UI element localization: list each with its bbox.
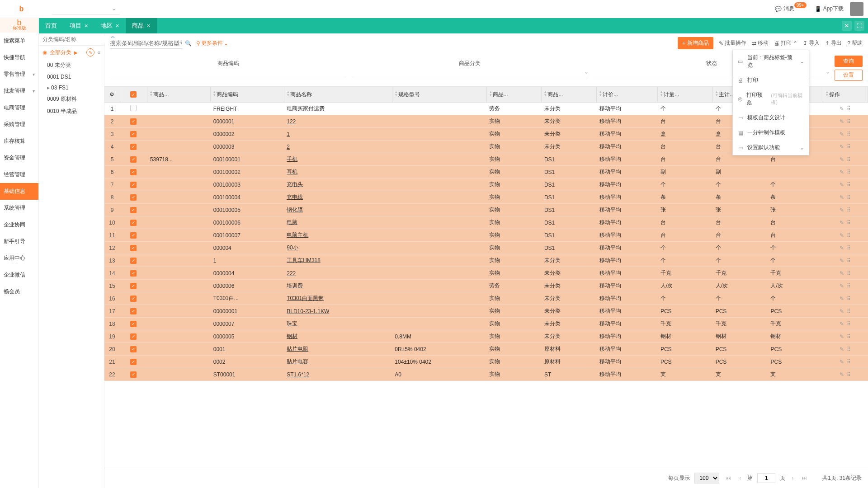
edit-row-icon[interactable]: ✎: [840, 232, 844, 239]
edit-row-icon[interactable]: ✎: [840, 321, 844, 327]
product-name-link[interactable]: 222: [287, 270, 296, 277]
column-header[interactable]: ▴▾商品编码: [211, 87, 284, 103]
page-tab[interactable]: 地区✕: [94, 18, 126, 33]
table-row[interactable]: 7✓000100003充电头实物DS1移动平均个个个✎⠿: [104, 178, 868, 191]
close-icon[interactable]: ✕: [146, 23, 151, 29]
row-checkbox[interactable]: ✓: [130, 207, 137, 213]
table-row[interactable]: 20✓0001贴片电阻0R±5% 0402实物原材料移动平均PCSPCSPCS✎…: [104, 343, 868, 356]
edit-icon[interactable]: ✎: [86, 48, 94, 56]
edit-row-icon[interactable]: ✎: [840, 371, 844, 378]
edit-row-icon[interactable]: ✎: [840, 131, 844, 137]
edit-row-icon[interactable]: ✎: [840, 118, 844, 125]
select-all-checkbox[interactable]: ✓: [130, 91, 137, 98]
edit-row-icon[interactable]: ✎: [840, 333, 844, 340]
row-checkbox[interactable]: ✓: [130, 220, 137, 226]
row-checkbox[interactable]: ✓: [130, 321, 137, 327]
print-current-template[interactable]: ▭当前：商品标签-预览⌄: [733, 50, 809, 73]
table-row[interactable]: 19✓0000005钢材0.8MM实物未分类移动平均钢材钢材钢材✎⠿: [104, 330, 868, 343]
edit-row-icon[interactable]: ✎: [840, 270, 844, 277]
sidebar-item[interactable]: 系统管理: [0, 200, 38, 216]
table-row[interactable]: 14✓0000004222实物未分类移动平均千克千克千克✎⠿: [104, 267, 868, 280]
last-page-button[interactable]: ⏭: [800, 475, 809, 481]
first-page-button[interactable]: ⏮: [724, 475, 733, 481]
quick-template-action[interactable]: ▤一分钟制作模板: [733, 125, 809, 140]
more-row-icon[interactable]: ⠿: [847, 232, 851, 239]
edit-row-icon[interactable]: ✎: [840, 258, 844, 264]
row-checkbox[interactable]: ✓: [130, 118, 137, 125]
add-product-button[interactable]: + 新增商品: [678, 37, 713, 49]
column-header[interactable]: ▴▾商品...: [147, 87, 211, 103]
table-row[interactable]: 8✓000100004充电线实物DS1移动平均条条条✎⠿: [104, 191, 868, 204]
product-name-link[interactable]: 2: [287, 144, 290, 150]
gear-icon[interactable]: ⚙: [109, 91, 114, 98]
more-row-icon[interactable]: ⠿: [847, 258, 851, 264]
table-row[interactable]: 15✓0000006培训费劳务未分类移动平均人/次人/次人/次✎⠿: [104, 280, 868, 292]
edit-row-icon[interactable]: ✎: [840, 207, 844, 213]
sidebar-item[interactable]: 企业协同: [0, 216, 38, 233]
more-row-icon[interactable]: ⠿: [847, 169, 851, 175]
more-row-icon[interactable]: ⠿: [847, 296, 851, 302]
filter-code-input[interactable]: [110, 67, 347, 77]
tab-close-all-button[interactable]: ✕: [842, 21, 852, 31]
product-name-link[interactable]: 珠宝: [287, 320, 297, 327]
column-header[interactable]: ▴▾商品...: [486, 87, 542, 103]
batch-button[interactable]: ✎批量操作: [719, 39, 746, 47]
product-name-link[interactable]: 122: [287, 118, 296, 125]
more-row-icon[interactable]: ⠿: [847, 308, 851, 314]
more-row-icon[interactable]: ⠿: [847, 333, 851, 340]
edit-row-icon[interactable]: ✎: [840, 296, 844, 302]
sidebar-item[interactable]: 新手引导: [0, 233, 38, 250]
table-row[interactable]: 13✓1工具车HM318实物未分类移动平均个个个✎⠿: [104, 254, 868, 267]
print-button[interactable]: 🖨打印⌃: [774, 39, 797, 47]
edit-row-icon[interactable]: ✎: [840, 194, 844, 201]
tree-search-input[interactable]: [42, 36, 110, 42]
edit-row-icon[interactable]: ✎: [840, 156, 844, 163]
table-row[interactable]: 9✓000100005钢化膜实物DS1移动平均张张张✎⠿: [104, 204, 868, 216]
sidebar-item[interactable]: 畅会员: [0, 283, 38, 300]
row-checkbox[interactable]: ✓: [130, 131, 137, 137]
tree-item[interactable]: 00 未分类: [45, 59, 104, 71]
sidebar-item[interactable]: 库存核算: [0, 133, 38, 150]
row-checkbox[interactable]: ✓: [130, 182, 137, 188]
column-header[interactable]: ▴▾商品...: [542, 87, 597, 103]
sidebar-item[interactable]: 采购管理: [0, 116, 38, 133]
product-name-link[interactable]: 电脑主机: [287, 232, 308, 238]
settings-button[interactable]: 设置: [835, 70, 863, 81]
more-row-icon[interactable]: ⠿: [847, 207, 851, 213]
product-name-link[interactable]: 贴片电阻: [287, 346, 308, 352]
more-row-icon[interactable]: ⠿: [847, 283, 851, 289]
more-conditions-toggle[interactable]: ⚲ 更多条件 ⌄: [196, 39, 228, 47]
messages-link[interactable]: 💬 消息 99+: [775, 5, 808, 13]
tab-fullscreen-button[interactable]: ⛶: [854, 21, 864, 31]
table-row[interactable]: 17✓00000001BLD10-23-1.1KW实物未分类移动平均PCSPCS…: [104, 305, 868, 318]
table-row[interactable]: 22✓ST00001ST1.6*12A0实物ST移动平均支支支✎⠿: [104, 368, 868, 381]
table-row[interactable]: 18✓0000007珠宝实物未分类移动平均千克千克千克✎⠿: [104, 318, 868, 330]
more-row-icon[interactable]: ⠿: [847, 106, 851, 112]
row-checkbox[interactable]: ✓: [130, 359, 137, 365]
row-checkbox[interactable]: ✓: [130, 258, 137, 264]
product-name-link[interactable]: 耳机: [287, 169, 297, 175]
default-setting-action[interactable]: ▭设置默认功能⌄: [733, 140, 809, 155]
edit-row-icon[interactable]: ✎: [840, 182, 844, 188]
row-checkbox[interactable]: ✓: [130, 144, 137, 150]
close-icon[interactable]: ✕: [84, 23, 88, 29]
page-input[interactable]: [757, 473, 775, 483]
org-dropdown[interactable]: ⌄: [52, 4, 120, 14]
next-page-button[interactable]: ›: [790, 475, 795, 481]
edit-row-icon[interactable]: ✎: [840, 144, 844, 150]
page-tab[interactable]: 首页: [39, 18, 63, 33]
row-checkbox[interactable]: ✓: [130, 283, 137, 289]
more-row-icon[interactable]: ⠿: [847, 321, 851, 327]
row-checkbox[interactable]: ✓: [130, 169, 137, 175]
product-name-link[interactable]: BLD10-23-1.1KW: [287, 308, 329, 314]
more-row-icon[interactable]: ⠿: [847, 270, 851, 277]
filter-category-select[interactable]: ⌄: [351, 67, 588, 77]
edit-row-icon[interactable]: ✎: [840, 346, 844, 352]
sidebar-item[interactable]: 基础信息: [0, 183, 38, 200]
product-name-link[interactable]: 1: [287, 131, 290, 137]
sidebar-item[interactable]: 快捷导航: [0, 49, 38, 66]
product-name-link[interactable]: 培训费: [287, 282, 303, 289]
product-name-link[interactable]: 90小: [287, 244, 298, 251]
column-header[interactable]: ▴▾计量...: [658, 87, 713, 103]
row-checkbox[interactable]: ✓: [130, 232, 137, 239]
